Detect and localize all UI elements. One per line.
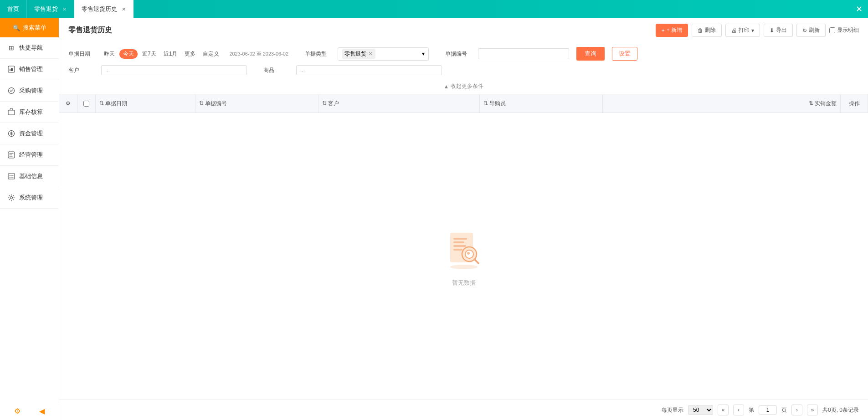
window-close-button[interactable]: ✕	[850, 0, 868, 18]
date-option-today[interactable]: 今天	[119, 49, 138, 59]
date-option-more[interactable]: 更多	[182, 49, 198, 59]
doc-type-select[interactable]: 零售退货 ✕ ▾	[338, 47, 429, 61]
tab-home-label: 首页	[7, 5, 19, 13]
th-action: 操作	[841, 94, 868, 113]
sidebar-item-finance-label: 资金管理	[19, 129, 43, 138]
finance-icon	[7, 129, 15, 138]
last-page-button[interactable]: »	[807, 405, 818, 415]
sidebar-item-management-label: 经营管理	[19, 151, 43, 159]
print-label: 打印	[739, 26, 750, 34]
svg-point-16	[467, 252, 470, 255]
th-amount[interactable]: ⇅ 实销金额	[603, 94, 841, 113]
goods-placeholder: ...	[300, 67, 305, 73]
basic-info-icon	[7, 172, 15, 180]
th-guide[interactable]: ⇅ 导购员	[480, 94, 603, 113]
sidebar-item-management[interactable]: 经营管理	[0, 144, 59, 166]
system-icon	[7, 194, 15, 202]
show-detail-label: 显示明细	[837, 26, 859, 34]
empty-state: 暂无数据	[59, 113, 868, 400]
doc-type-tag-close[interactable]: ✕	[368, 51, 373, 57]
sidebar-item-purchase[interactable]: 采购管理	[0, 80, 59, 102]
date-option-7days[interactable]: 近7天	[139, 49, 159, 59]
filter-area: 单据日期 昨天 今天 近7天 近1月 更多 自定义 2023-06-02 至 2…	[68, 42, 859, 94]
settings-button[interactable]: 设置	[612, 47, 637, 61]
sidebar-search[interactable]: 🔍 搜索菜单	[0, 18, 59, 37]
tab-retail-return[interactable]: 零售退货 ✕	[27, 0, 74, 18]
empty-text: 暂无数据	[452, 279, 476, 287]
sidebar-item-inventory[interactable]: 库存核算	[0, 102, 59, 123]
doc-no-input[interactable]	[478, 48, 569, 59]
delete-label: 删除	[705, 26, 716, 34]
date-filter-group: 昨天 今天 近7天 近1月 更多 自定义	[101, 49, 222, 59]
svg-point-6	[10, 197, 13, 199]
page-number-input[interactable]	[759, 405, 777, 415]
collapse-row[interactable]: ▲ 收起更多条件	[68, 80, 859, 94]
date-option-custom[interactable]: 自定义	[200, 49, 222, 59]
sidebar-item-sales[interactable]: 销售管理	[0, 59, 59, 80]
collapse-icon: ▲	[444, 83, 449, 90]
page-header: 零售退货历史 + + 新增 🗑 删除 🖨 打印 ▾	[59, 18, 868, 94]
show-detail-checkbox[interactable]: 显示明细	[829, 26, 859, 34]
customer-select[interactable]: ...	[101, 65, 247, 75]
tab-retail-return-history-close[interactable]: ✕	[122, 6, 126, 12]
th-amount-sort-icon: ⇅	[809, 100, 813, 107]
content-area: 零售退货历史 + + 新增 🗑 删除 🖨 打印 ▾	[59, 18, 868, 420]
delete-button[interactable]: 🗑 删除	[692, 24, 722, 37]
per-page-select[interactable]: 10 20 50 100	[688, 405, 713, 415]
quick-nav-icon: ⊞	[7, 44, 15, 52]
inventory-icon	[7, 108, 15, 116]
sidebar-item-basic-info-label: 基础信息	[19, 172, 43, 180]
sidebar-item-sales-label: 销售管理	[19, 65, 43, 73]
th-order-no[interactable]: ⇅ 单据编号	[195, 94, 318, 113]
print-button[interactable]: 🖨 打印 ▾	[725, 24, 760, 37]
th-settings[interactable]: ⚙	[59, 94, 77, 113]
th-customer[interactable]: ⇅ 客户	[318, 94, 480, 113]
export-button[interactable]: ⬇ 导出	[764, 24, 793, 37]
add-button[interactable]: + + 新增	[656, 24, 688, 37]
page-title-row: 零售退货历史 + + 新增 🗑 删除 🖨 打印 ▾	[68, 24, 859, 37]
settings-bottom-icon[interactable]: ⚙	[14, 407, 21, 415]
sidebar-item-basic-info[interactable]: 基础信息	[0, 166, 59, 187]
goods-filter-label: 商品	[263, 67, 289, 74]
doc-type-chevron-icon: ▾	[422, 51, 425, 57]
svg-rect-9	[453, 238, 467, 240]
customer-filter-label: 客户	[68, 67, 94, 74]
refresh-label: 刷新	[809, 26, 820, 34]
refresh-button[interactable]: ↻ 刷新	[796, 24, 826, 37]
date-option-1month[interactable]: 近1月	[161, 49, 180, 59]
prev-page-button[interactable]: ‹	[733, 405, 744, 415]
th-checkbox[interactable]	[77, 94, 96, 113]
show-detail-input[interactable]	[829, 27, 835, 33]
th-guide-sort-icon: ⇅	[483, 100, 488, 107]
goods-select[interactable]: ...	[296, 65, 442, 75]
collapse-sidebar-icon[interactable]: ◀	[39, 407, 45, 415]
select-all-checkbox[interactable]	[83, 101, 89, 107]
svg-rect-2	[8, 110, 15, 115]
th-customer-label: 客户	[328, 100, 339, 108]
date-filter-label: 单据日期	[68, 50, 94, 58]
page-title: 零售退货历史	[68, 26, 112, 35]
delete-icon: 🗑	[698, 27, 703, 34]
query-button[interactable]: 查询	[576, 47, 605, 61]
tab-home[interactable]: 首页	[0, 0, 27, 18]
date-option-yesterday[interactable]: 昨天	[101, 49, 118, 59]
first-page-button[interactable]: «	[718, 405, 729, 415]
purchase-icon	[7, 87, 15, 95]
search-icon: 🔍	[13, 25, 20, 31]
sidebar-item-finance[interactable]: 资金管理	[0, 123, 59, 144]
doc-no-filter-label: 单据编号	[445, 50, 471, 58]
next-page-button[interactable]: ›	[791, 405, 802, 415]
th-date[interactable]: ⇅ 单据日期	[96, 94, 195, 113]
settings-icon: ⚙	[66, 100, 71, 107]
filter-row-2: 客户 ... 商品 ...	[68, 65, 859, 75]
add-label: + 新增	[667, 26, 682, 34]
print-chevron-icon: ▾	[751, 27, 754, 34]
sidebar-item-quick-nav[interactable]: ⊞ 快捷导航	[0, 37, 59, 59]
svg-line-15	[474, 259, 478, 263]
tab-retail-return-history[interactable]: 零售退货历史 ✕	[74, 0, 134, 18]
toolbar-buttons: + + 新增 🗑 删除 🖨 打印 ▾ ⬇ 导出	[656, 24, 859, 37]
pagination-bar: 每页显示 10 20 50 100 « ‹ 第 页 › » 共0页, 0条记录	[59, 400, 868, 420]
sidebar-item-system[interactable]: 系统管理	[0, 187, 59, 209]
date-range-display: 2023-06-02 至 2023-06-02	[229, 51, 288, 57]
tab-retail-return-close[interactable]: ✕	[62, 6, 67, 12]
